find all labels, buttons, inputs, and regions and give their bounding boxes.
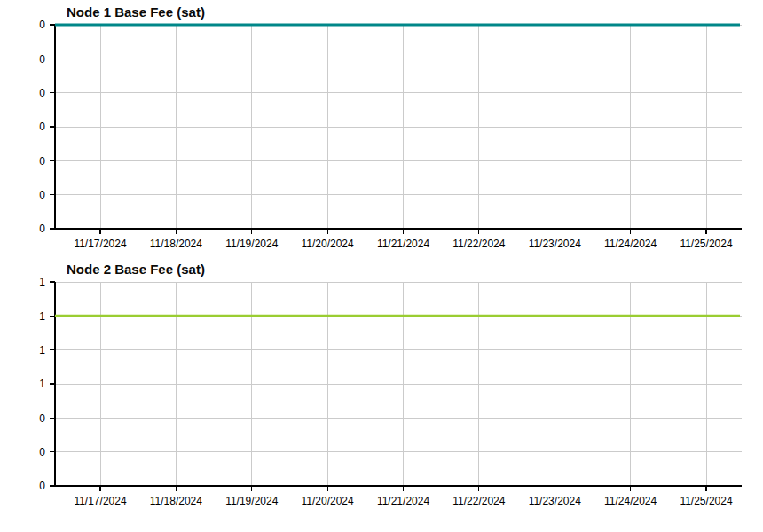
y-tick-label: 0 <box>39 189 45 201</box>
y-tick-label: 1 <box>39 276 45 288</box>
node2-base-fee-plot: 11/17/202411/18/202411/19/202411/20/2024… <box>0 257 763 532</box>
x-tick-label: 11/19/2024 <box>225 495 278 507</box>
x-tick-label: 11/22/2024 <box>452 238 505 250</box>
x-tick-label: 11/25/2024 <box>680 495 732 507</box>
x-tick-label: 11/18/2024 <box>150 238 202 250</box>
x-tick-label: 11/24/2024 <box>604 238 657 250</box>
x-tick-label: 11/17/2024 <box>74 495 126 507</box>
x-tick-label: 11/17/2024 <box>74 238 126 250</box>
node1-base-fee-plot: 11/17/202411/18/202411/19/202411/20/2024… <box>0 0 763 257</box>
node2-base-fee-chart: 11/17/202411/18/202411/19/202411/20/2024… <box>0 257 763 532</box>
x-tick-label: 11/21/2024 <box>377 238 429 250</box>
x-tick-label: 11/18/2024 <box>150 495 202 507</box>
chart-title-node1: Node 1 Base Fee (sat) <box>67 4 205 21</box>
y-tick-label: 0 <box>39 155 45 168</box>
charts-page: 11/17/202411/18/202411/19/202411/20/2024… <box>0 0 763 532</box>
y-tick-label: 0 <box>39 223 45 235</box>
y-tick-label: 1 <box>39 378 45 390</box>
x-tick-label: 11/20/2024 <box>302 495 354 507</box>
y-tick-label: 0 <box>39 53 45 66</box>
x-tick-label: 11/23/2024 <box>529 495 581 507</box>
node1-base-fee-chart: 11/17/202411/18/202411/19/202411/20/2024… <box>0 0 763 257</box>
x-tick-label: 11/24/2024 <box>604 495 657 507</box>
x-tick-label: 11/19/2024 <box>225 238 278 250</box>
x-tick-label: 11/25/2024 <box>680 238 732 250</box>
x-tick-label: 11/20/2024 <box>302 238 354 250</box>
chart-title-node2: Node 2 Base Fee (sat) <box>67 261 205 278</box>
y-tick-label: 0 <box>39 480 45 492</box>
x-tick-label: 11/23/2024 <box>529 238 581 250</box>
x-tick-label: 11/21/2024 <box>377 495 429 507</box>
y-tick-label: 0 <box>39 87 45 99</box>
y-tick-label: 1 <box>39 310 45 323</box>
y-tick-label: 0 <box>39 19 45 31</box>
y-tick-label: 1 <box>39 344 45 356</box>
y-tick-label: 0 <box>39 121 45 133</box>
y-tick-label: 0 <box>39 412 45 425</box>
y-tick-label: 0 <box>39 446 45 458</box>
x-tick-label: 11/22/2024 <box>452 495 505 507</box>
